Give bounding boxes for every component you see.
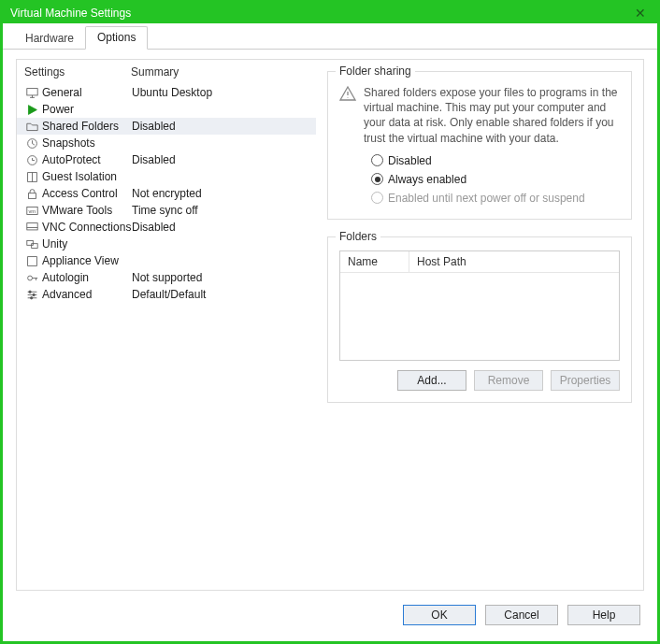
settings-item-autologin[interactable]: Autologin Not supported <box>17 269 316 286</box>
svg-rect-7 <box>26 222 36 229</box>
folders-group: Folders Name Host Path Add... Remove Pro… <box>327 236 632 403</box>
remove-button: Remove <box>474 370 543 391</box>
svg-text:vm: vm <box>28 208 36 213</box>
svg-rect-0 <box>26 88 36 94</box>
folder-sharing-group: Folder sharing Shared folders expose you… <box>327 71 632 220</box>
client-area: Settings Summary General Ubuntu Desktop … <box>3 50 657 641</box>
folders-col-name[interactable]: Name <box>340 251 409 272</box>
settings-item-advanced[interactable]: Advanced Default/Default <box>17 286 316 303</box>
settings-item-autoprotect[interactable]: AutoProtect Disabled <box>17 151 316 168</box>
close-icon[interactable]: ✕ <box>629 6 652 21</box>
settings-item-snapshots[interactable]: Snapshots <box>17 135 316 151</box>
vm-icon: vm <box>24 205 39 217</box>
folders-table[interactable]: Name Host Path <box>339 250 620 361</box>
sliders-icon <box>24 289 39 301</box>
radio-until-power-off: Enabled until next power off or suspend <box>371 189 620 208</box>
settings-item-power[interactable]: Power <box>17 101 316 118</box>
radio-dot-icon <box>371 154 383 166</box>
radio-dot-icon <box>371 173 383 185</box>
help-button[interactable]: Help <box>567 605 640 625</box>
key-icon <box>24 272 39 284</box>
add-button[interactable]: Add... <box>397 370 466 391</box>
col-header-settings: Settings <box>24 65 131 79</box>
isolation-icon <box>24 171 39 183</box>
settings-list-panel: Settings Summary General Ubuntu Desktop … <box>17 60 316 590</box>
warning-icon <box>339 85 356 146</box>
shield-clock-icon <box>24 154 39 166</box>
svg-rect-8 <box>26 240 33 245</box>
folder-sharing-title: Folder sharing <box>336 64 415 78</box>
tab-strip: Hardware Options <box>3 23 657 50</box>
settings-item-shared-folders[interactable]: Shared Folders Disabled <box>17 118 316 135</box>
radio-always-enabled[interactable]: Always enabled <box>371 170 620 189</box>
monitor-icon <box>24 87 39 99</box>
settings-item-vmware-tools[interactable]: vm VMware Tools Time sync off <box>17 202 316 219</box>
window-frame: Virtual Machine Settings ✕ Hardware Opti… <box>0 0 660 644</box>
cancel-button[interactable]: Cancel <box>485 605 558 625</box>
svg-point-11 <box>27 276 32 280</box>
lock-icon <box>24 188 39 200</box>
svg-rect-10 <box>27 256 36 265</box>
settings-item-unity[interactable]: Unity <box>17 236 316 252</box>
radio-dot-icon <box>371 192 383 204</box>
radio-disabled[interactable]: Disabled <box>371 151 620 170</box>
details-panel: Folder sharing Shared folders expose you… <box>316 60 643 590</box>
folders-title: Folders <box>336 230 380 243</box>
svg-rect-4 <box>28 193 36 198</box>
properties-button: Properties <box>551 370 620 391</box>
play-icon <box>24 104 39 116</box>
clock-icon <box>24 137 39 150</box>
folder-sharing-warning: Shared folders expose your files to prog… <box>364 85 620 146</box>
vnc-icon <box>24 222 39 234</box>
col-header-summary: Summary <box>131 65 316 79</box>
settings-item-general[interactable]: General Ubuntu Desktop <box>17 84 316 101</box>
svg-point-14 <box>30 296 32 298</box>
folders-col-hostpath[interactable]: Host Path <box>409 251 619 272</box>
dialog-buttons: OK Cancel Help <box>16 596 644 634</box>
settings-item-access-control[interactable]: Access Control Not encrypted <box>17 185 316 202</box>
settings-item-guest-isolation[interactable]: Guest Isolation <box>17 168 316 185</box>
svg-point-12 <box>28 291 30 293</box>
settings-item-vnc[interactable]: VNC Connections Disabled <box>17 219 316 236</box>
appliance-icon <box>24 255 39 267</box>
folder-icon <box>24 121 39 133</box>
panels: Settings Summary General Ubuntu Desktop … <box>16 59 644 591</box>
window-title: Virtual Machine Settings <box>10 7 629 20</box>
title-bar: Virtual Machine Settings ✕ <box>3 3 657 23</box>
tab-options[interactable]: Options <box>85 26 148 50</box>
svg-rect-9 <box>31 243 37 248</box>
tab-hardware[interactable]: Hardware <box>14 28 85 50</box>
unity-icon <box>24 238 39 250</box>
settings-list-header: Settings Summary <box>17 60 316 84</box>
settings-item-appliance-view[interactable]: Appliance View <box>17 252 316 269</box>
ok-button[interactable]: OK <box>403 605 476 625</box>
svg-point-13 <box>32 293 34 295</box>
